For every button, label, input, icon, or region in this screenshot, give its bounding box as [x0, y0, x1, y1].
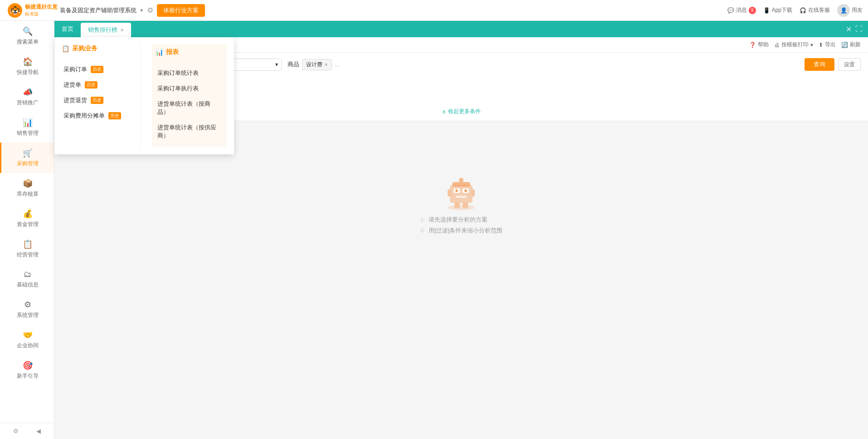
svg-rect-1 — [450, 185, 473, 203]
svg-point-4 — [455, 189, 458, 192]
sidebar-bottom: ⚙ ◀ — [0, 423, 54, 439]
goods-dots[interactable]: ... — [335, 61, 340, 68]
message-action[interactable]: 💬 消息 9 — [727, 6, 756, 14]
headset-icon: 🎧 — [800, 7, 806, 14]
svg-point-5 — [464, 189, 467, 192]
collapse-button[interactable]: ∧ 收起更多条件 — [442, 108, 481, 115]
inventory-icon: 📦 — [23, 178, 33, 188]
purchase-order-label: 采购订单 — [63, 65, 87, 74]
sidebar-item-operation[interactable]: 📋 经营管理 — [0, 234, 54, 264]
avatar: 👤 — [837, 4, 850, 17]
report-1-label: 采购订单统计表 — [157, 69, 199, 77]
menu-item-expense[interactable]: 采购费用分摊单 历史 — [62, 108, 130, 123]
system-icon: ⚙ — [24, 300, 31, 310]
chevron-up-icon: ∧ — [442, 109, 446, 115]
report-2-label: 采购订单执行表 — [157, 84, 199, 93]
finance-icon: 💰 — [23, 209, 33, 219]
menu-item-inbound[interactable]: 进货单 历史 — [62, 77, 130, 93]
svg-rect-6 — [456, 196, 467, 198]
message-badge: 9 — [749, 7, 756, 14]
empty-hint-1: 请先选择要分析的方案 — [429, 216, 488, 224]
return-badge: 历史 — [91, 97, 103, 104]
export-button[interactable]: ⬆ 导出 — [819, 41, 836, 49]
sidebar-item-newbie[interactable]: 🎯 新手引导 — [0, 355, 54, 385]
return-label: 进货退货 — [63, 96, 87, 104]
tab-sales-rank-label: 销售排行榜 — [88, 26, 117, 34]
marketing-icon: 📣 — [23, 87, 33, 97]
refresh-icon: 🔄 — [841, 42, 848, 48]
purchase-icon: 🛒 — [23, 148, 33, 158]
tab-home[interactable]: 首页 — [54, 21, 81, 37]
purchase-order-badge: 历史 — [91, 66, 103, 73]
menu-item-report-1[interactable]: 采购订单统计表 — [156, 65, 224, 81]
filter-settings-button[interactable]: 设置 — [838, 58, 861, 71]
sidebar-label-search: 搜索菜单 — [17, 38, 39, 46]
svg-rect-7 — [448, 189, 451, 197]
sidebar-label-inventory: 库存核算 — [17, 190, 39, 198]
goods-tag-close[interactable]: ✕ — [324, 62, 328, 67]
sidebar-item-inventory[interactable]: 📦 库存核算 — [0, 173, 54, 203]
report-4-label: 进货单统计表（按供应商） — [157, 123, 222, 140]
help-label: 帮助 — [758, 41, 769, 49]
brand-version: 标准版 — [25, 11, 58, 17]
sidebar-item-basic[interactable]: 🗂 基础信息 — [0, 264, 54, 294]
sidebar-item-enterprise[interactable]: 🤝 企业协同 — [0, 325, 54, 355]
message-icon: 💬 — [727, 7, 734, 14]
industry-button[interactable]: 体验行业方案 — [157, 4, 205, 17]
top-bar: 🐯 畅捷通好生意 标准版 装备及固定资产辅助管理系统 ⚙ 体验行业方案 💬 消息… — [0, 0, 868, 21]
report-section-title: 📊 报表 — [156, 48, 224, 60]
menu-item-report-3[interactable]: 进货单统计表（按商品） — [156, 96, 224, 120]
top-bar-right: 💬 消息 9 📱 App下载 🎧 在线客服 👤 用友 — [727, 4, 863, 17]
system-dropdown-icon[interactable] — [140, 7, 143, 14]
sidebar-item-system[interactable]: ⚙ 系统管理 — [0, 294, 54, 325]
sidebar-item-sales[interactable]: 📊 销售管理 — [0, 112, 54, 143]
purchase-dropdown-menu[interactable]: 📋 采购业务 采购订单 历史 进货单 历史 进货退货 历史 采购费用分摊单 历史 — [54, 37, 234, 154]
sidebar-label-basic: 基础信息 — [17, 281, 39, 289]
brand-name: 畅捷通好生意 — [25, 3, 58, 11]
refresh-button[interactable]: 🔄 刷新 — [841, 41, 861, 49]
system-settings-icon[interactable]: ⚙ — [147, 6, 153, 15]
goods-tag-value: 设计费 — [306, 61, 322, 69]
sidebar-item-marketing[interactable]: 📣 营销推广 — [0, 82, 54, 112]
sidebar-settings-btn[interactable]: ⚙ — [13, 428, 19, 434]
tab-fullscreen-icon[interactable]: ⛶ — [855, 25, 863, 33]
purchase-section-title: 📋 采购业务 — [62, 44, 130, 56]
operation-icon: 📋 — [23, 239, 33, 249]
sidebar-collapse-btn[interactable]: ◀ — [36, 428, 41, 434]
sidebar-item-quicknav[interactable]: 🏠 快捷导航 — [0, 51, 54, 82]
bullet-2: ② — [420, 227, 425, 234]
tab-sales-rank[interactable]: 销售排行榜 ✕ — [81, 23, 131, 37]
tab-close-all-icon[interactable]: ✕ — [846, 25, 852, 34]
goods-tag: 设计费 ✕ — [302, 59, 332, 70]
tab-home-label: 首页 — [62, 25, 73, 33]
tab-close-icon[interactable]: ✕ — [120, 28, 124, 33]
help-icon: ❓ — [749, 42, 756, 48]
sidebar-label-enterprise: 企业协同 — [17, 342, 39, 350]
system-name: 装备及固定资产辅助管理系统 — [60, 6, 137, 15]
bullet-1: ① — [420, 217, 425, 223]
purchase-section: 📋 采购业务 采购订单 历史 进货单 历史 进货退货 历史 采购费用分摊单 历史 — [62, 44, 130, 147]
menu-item-report-2[interactable]: 采购订单执行表 — [156, 81, 224, 96]
report-section-icon: 📊 — [156, 49, 163, 56]
home-icon: 🏠 — [23, 57, 33, 67]
empty-hint-2: 用[过滤]条件来缩小分析范围 — [429, 227, 502, 235]
menu-item-report-4[interactable]: 进货单统计表（按供应商） — [156, 120, 224, 143]
sidebar-item-purchase[interactable]: 🛒 采购管理 — [0, 143, 54, 173]
print-button[interactable]: 🖨 按模板打印 — [774, 41, 813, 49]
query-button[interactable]: 查询 — [805, 58, 834, 71]
action-buttons: 查询 设置 — [805, 58, 861, 71]
help-button[interactable]: ❓ 帮助 — [749, 41, 769, 49]
tabs-right-actions: ✕ ⛶ — [846, 25, 868, 34]
goods-filter: 商品 设计费 ✕ ... — [288, 59, 340, 70]
sidebar-item-search[interactable]: 🔍 搜索菜单 — [0, 21, 54, 51]
print-label: 按模板打印 — [781, 41, 809, 49]
user-action[interactable]: 👤 用友 — [837, 4, 863, 17]
sidebar-item-finance[interactable]: 💰 资金管理 — [0, 203, 54, 234]
empty-hint-1-row: ① 请先选择要分析的方案 — [420, 216, 488, 224]
service-action[interactable]: 🎧 在线客服 — [800, 6, 830, 14]
menu-item-return[interactable]: 进货退货 历史 — [62, 93, 130, 108]
newbie-icon: 🎯 — [23, 360, 33, 370]
app-action[interactable]: 📱 App下载 — [763, 6, 792, 14]
sidebar-label-finance: 资金管理 — [17, 221, 39, 228]
menu-item-purchase-order[interactable]: 采购订单 历史 — [62, 62, 130, 77]
